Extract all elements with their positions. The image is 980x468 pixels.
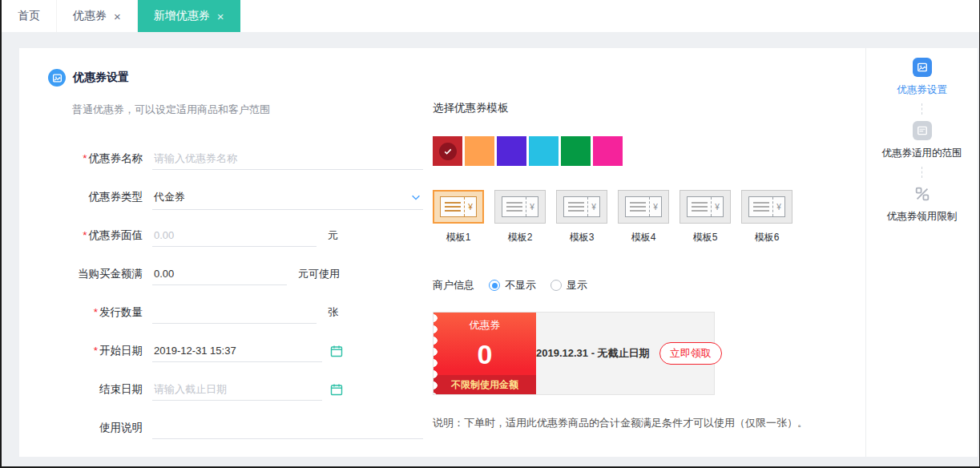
template-option-5[interactable]: ¥ 模板5 — [680, 190, 731, 244]
mini-coupon-graphic: ¥ — [687, 196, 724, 217]
coupon-type-select[interactable]: 代金券 — [152, 185, 423, 210]
usage-note-input[interactable] — [152, 417, 423, 439]
step-label: 优惠券领用限制 — [887, 210, 958, 224]
merchant-info-label: 商户信息 — [433, 278, 474, 292]
template-label: 模板1 — [446, 231, 471, 244]
coupon-preview-validity: 2019.12.31 - 无截止日期 — [536, 346, 650, 361]
coupon-form: *优惠券名称 优惠券类型 代金券 — [48, 139, 423, 447]
step-coupon-scope: 优惠券适用的范围 — [882, 121, 962, 160]
mini-coupon-graphic: ¥ — [625, 196, 662, 217]
template-option-4[interactable]: ¥ 模板4 — [618, 190, 669, 244]
field-label: *开始日期 — [48, 344, 152, 358]
calendar-icon[interactable] — [330, 383, 343, 396]
template-thumbnail: ¥ — [494, 190, 546, 224]
radio-unselected-icon — [550, 280, 562, 291]
template-option-3[interactable]: ¥ 模板3 — [556, 190, 607, 244]
step-coupon-settings: 优惠券设置 — [897, 58, 947, 97]
template-thumbnail: ¥ — [741, 190, 792, 224]
card-main: 优惠券设置 普通优惠券，可以设定适用商品和客户范围 *优惠券名称 优 — [19, 48, 865, 457]
field-row-usage-note: 使用说明 — [48, 409, 423, 447]
coupon-name-input[interactable] — [152, 147, 423, 170]
tab-bar: 首页 优惠券 × 新增优惠券 × — [2, 0, 979, 32]
template-option-1[interactable]: ¥ 模板1 — [433, 190, 484, 244]
field-label: *优惠券面值 — [48, 228, 152, 243]
issue-quantity-input[interactable] — [152, 301, 317, 324]
wizard-steps: 优惠券设置 优惠券适用的范围 优惠券领用限制 — [865, 48, 978, 457]
start-date-input[interactable] — [152, 340, 322, 362]
field-label-text: 优惠券名称 — [89, 152, 143, 164]
required-mark: * — [83, 152, 87, 164]
required-mark: * — [83, 229, 87, 241]
page-title: 优惠券设置 — [73, 71, 129, 85]
coupon-settings-card: 优惠券设置 普通优惠券，可以设定适用商品和客户范围 *优惠券名称 优 — [19, 48, 978, 457]
field-label: 结束日期 — [48, 382, 152, 397]
tab-label: 首页 — [18, 9, 40, 23]
tab-label: 优惠券 — [73, 9, 107, 23]
end-date-input[interactable] — [152, 378, 322, 401]
field-label-text: 结束日期 — [99, 383, 143, 395]
template-option-6[interactable]: ¥ 模板6 — [741, 190, 792, 244]
color-swatch-purple[interactable] — [497, 136, 526, 166]
calendar-icon[interactable] — [330, 345, 343, 357]
field-label-text: 发行数量 — [99, 306, 143, 318]
page-content: 优惠券设置 普通优惠券，可以设定适用商品和客户范围 *优惠券名称 优 — [2, 32, 979, 468]
tab-new-coupon[interactable]: 新增优惠券 × — [138, 0, 240, 32]
field-row-min-amount: 当购买金额满 元可使用 — [48, 255, 423, 293]
radio-option-label: 显示 — [567, 278, 587, 292]
template-column: 选择优惠券模板 — [423, 69, 846, 457]
template-thumbnail: ¥ — [556, 190, 607, 224]
face-value-input[interactable] — [152, 224, 317, 247]
field-label-text: 优惠券类型 — [89, 191, 143, 203]
mini-coupon-graphic: ¥ — [563, 196, 600, 217]
close-icon[interactable]: × — [217, 10, 224, 22]
color-swatch-orange[interactable] — [465, 136, 494, 166]
app-window: 首页 优惠券 × 新增优惠券 × 优惠券设置 普通优惠券 — [0, 0, 980, 468]
coupon-preview-body: 2019.12.31 - 无截止日期 立即领取 — [536, 313, 722, 394]
step-label: 优惠券适用的范围 — [882, 147, 962, 160]
coupon-preview-amount: 0 — [478, 341, 493, 368]
min-amount-input[interactable] — [152, 263, 287, 285]
template-section-title: 选择优惠券模板 — [433, 101, 846, 115]
check-icon — [433, 136, 462, 166]
field-label: 使用说明 — [48, 421, 152, 435]
field-label-text: 优惠券面值 — [89, 229, 143, 241]
step-coupon-limit: 优惠券领用限制 — [887, 184, 958, 224]
color-swatch-cyan[interactable] — [529, 136, 559, 166]
unit-suffix: 元 — [328, 228, 338, 243]
form-column: 优惠券设置 普通优惠券，可以设定适用商品和客户范围 *优惠券名称 优 — [48, 69, 423, 457]
chevron-down-icon — [410, 192, 421, 203]
field-row-start-date: *开始日期 — [48, 332, 423, 370]
field-row-face-value: *优惠券面值 元 — [48, 216, 423, 255]
field-row-end-date: 结束日期 — [48, 370, 423, 409]
color-swatch-green[interactable] — [561, 136, 591, 166]
tab-coupon[interactable]: 优惠券 × — [57, 0, 138, 32]
usage-condition-note: 说明：下单时，适用此优惠券商品的合计金额满足条件才可以使用（仅限一张）。 — [433, 416, 846, 430]
template-label: 模板3 — [570, 231, 595, 244]
radio-option-hide[interactable]: 不显示 — [489, 278, 536, 292]
step-connector — [922, 167, 922, 178]
template-label: 模板2 — [508, 231, 533, 244]
coupon-preview-stub: 优惠券 0 不限制使用金额 — [434, 313, 536, 394]
template-thumbnail: ¥ — [618, 190, 669, 224]
tab-home[interactable]: 首页 — [2, 0, 57, 32]
page-subtitle: 普通优惠券，可以设定适用商品和客户范围 — [72, 103, 423, 117]
coupon-preview-title: 优惠券 — [470, 318, 501, 333]
field-label: *优惠券名称 — [48, 151, 152, 166]
field-row-issue-quantity: *发行数量 张 — [48, 293, 423, 332]
step-connector — [922, 103, 922, 115]
color-swatch-magenta[interactable] — [593, 136, 623, 166]
color-swatch-red[interactable] — [433, 136, 462, 166]
unit-suffix: 元可使用 — [298, 267, 340, 281]
merchant-info-row: 商户信息 不显示 显示 — [433, 278, 846, 292]
template-thumbnail: ¥ — [433, 190, 484, 224]
coupon-preview-limit: 不限制使用金额 — [434, 375, 536, 394]
close-icon[interactable]: × — [114, 10, 121, 22]
template-label: 模板6 — [755, 231, 780, 244]
coupon-limit-step-icon — [913, 184, 932, 204]
step-label: 优惠券设置 — [897, 83, 947, 97]
radio-option-show[interactable]: 显示 — [550, 278, 587, 292]
tab-label: 新增优惠券 — [154, 9, 210, 23]
template-option-2[interactable]: ¥ 模板2 — [494, 190, 546, 244]
coupon-preview: 优惠券 0 不限制使用金额 2019.12.31 - 无截止日期 立即领取 — [433, 312, 715, 395]
field-label: *发行数量 — [48, 305, 152, 320]
